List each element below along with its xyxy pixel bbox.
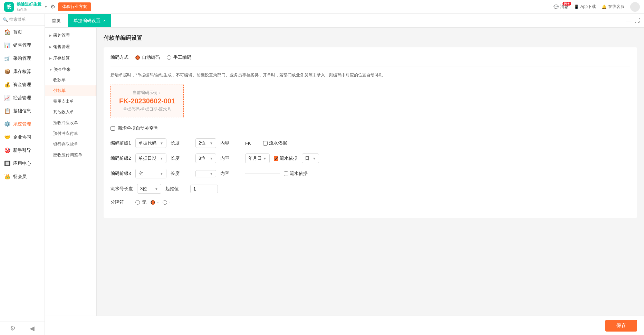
sidebar-item-sales[interactable]: 📊 销售管理 — [0, 39, 45, 52]
manual-encode-label: 手工编码 — [173, 54, 191, 61]
sep-none-option[interactable]: 无 — [135, 199, 146, 205]
prefix3-row: 编码前缀3 空 ▼ 长度 ▼ 内容 — [110, 169, 630, 178]
sidebar-item-finance[interactable]: 💰 资金管理 — [0, 78, 45, 91]
sidebar-label-sales: 销售管理 — [13, 42, 31, 48]
sidebar-item-inventory[interactable]: 📦 库存核算 — [0, 65, 45, 78]
manual-encode-radio[interactable] — [167, 55, 171, 60]
sidebar-item-guide[interactable]: 🎯 新手引导 — [0, 144, 45, 157]
minimize-icon[interactable]: — — [626, 18, 632, 24]
serial3-checkbox-label[interactable]: 流水依据 — [284, 170, 308, 177]
sub-sidebar: ▶ 采购管理 ▶ 销售管理 ▶ 库存核算 — [45, 28, 97, 316]
prefix2-arrow-icon: ▼ — [160, 157, 163, 160]
sidebar-item-system[interactable]: ⚙️ 系统管理 — [0, 118, 45, 131]
length3-arrow-icon: ▼ — [210, 172, 213, 176]
save-button[interactable]: 保存 — [605, 320, 637, 332]
sep-dot-option[interactable]: · — [163, 200, 171, 205]
serial2-checkbox-label[interactable]: 流水依据 — [274, 155, 298, 161]
prefix3-select[interactable]: 空 ▼ — [135, 169, 166, 178]
manual-encode-option[interactable]: 手工编码 — [167, 54, 191, 61]
messages-button[interactable]: 💬 消息 99+ — [554, 4, 568, 10]
sub-group-label-finance: 资金往来 — [54, 67, 70, 73]
auto-encode-option[interactable]: 自动编码 — [135, 54, 160, 61]
serial-length-label: 流水号长度 — [110, 186, 133, 192]
brand-dropdown-arrow[interactable]: ▼ — [44, 5, 48, 9]
sidebar-label-system: 系统管理 — [13, 121, 31, 127]
length2-arrow-icon: ▼ — [210, 157, 213, 160]
settings-icon[interactable]: ⚙ — [50, 3, 55, 10]
sub-item-bank[interactable]: 银行存取款单 — [45, 139, 96, 150]
length2-select[interactable]: 8位 ▼ — [195, 153, 216, 163]
serial2-checkbox[interactable] — [274, 156, 278, 161]
guide-icon: 🎯 — [4, 147, 10, 153]
sub-item-receipt[interactable]: 收款单 — [45, 75, 96, 85]
length3-select[interactable]: ▼ — [195, 170, 216, 177]
sidebar-item-basic[interactable]: 📋 基础信息 — [0, 104, 45, 118]
sidebar-item-purchase[interactable]: 🛒 采购管理 — [0, 52, 45, 65]
sub-group-title-purchase[interactable]: ▶ 采购管理 — [45, 30, 96, 40]
serial3-label: 流水依据 — [290, 170, 308, 177]
sidebar-item-enterprise[interactable]: 🤝 企业协同 — [0, 131, 45, 144]
serial3-checkbox[interactable] — [284, 171, 288, 176]
maximize-icon[interactable]: ⛶ — [634, 18, 640, 24]
sep-dot-radio[interactable] — [163, 200, 167, 205]
sidebar-item-apps[interactable]: 🔲 应用中心 — [0, 157, 45, 170]
content2-label: 内容 — [220, 155, 241, 161]
sidebar-item-member[interactable]: 👑 畅会员 — [0, 170, 45, 183]
sub-group-title-sales[interactable]: ▶ 销售管理 — [45, 42, 96, 52]
serial1-checkbox-label[interactable]: 流水依据 — [263, 140, 287, 146]
brand-logo: 畅 — [4, 2, 14, 12]
online-service-button[interactable]: 🔔 在线客服 — [602, 4, 625, 10]
topbar-left: 畅 畅通道好生意 插件版 ▼ ⚙ 体验行业方案 — [4, 1, 91, 12]
user-avatar[interactable] — [630, 2, 640, 12]
settings-bottom-icon[interactable]: ⚙ — [10, 325, 16, 332]
sidebar-label-guide: 新手引导 — [13, 147, 31, 153]
collapse-icon[interactable]: ◀ — [30, 325, 35, 332]
topbar: 畅 畅通道好生意 插件版 ▼ ⚙ 体验行业方案 💬 消息 99+ 📱 App下载… — [0, 0, 644, 14]
app-download-button[interactable]: 📱 App下载 — [574, 4, 596, 10]
auto-fill-checkbox[interactable] — [110, 126, 115, 131]
sub-item-payment[interactable]: 付款单 — [45, 85, 96, 96]
sep-none-radio[interactable] — [135, 200, 140, 205]
sub-group-finance: ▼ 资金往来 收款单 付款单 费用支出单 其他收入单 预收冲应收单 预付冲应付单… — [45, 65, 96, 160]
auto-encode-radio[interactable] — [135, 55, 140, 60]
trial-button[interactable]: 体验行业方案 — [58, 2, 91, 11]
arrow-right-icon: ▶ — [49, 34, 52, 37]
sub-group-label-inventory: 库存核算 — [53, 55, 70, 61]
bottom-bar: 保存 — [45, 316, 644, 335]
page-title: 付款单编码设置 — [104, 35, 637, 42]
sidebar-label-operations: 经营管理 — [13, 95, 31, 101]
service-icon: 🔔 — [602, 4, 607, 9]
content2-select[interactable]: 年月日 ▼ — [245, 153, 270, 163]
settings-card: 编码方式 自动编码 手工编码 新增单据时，*单据编码*自动生成，不可编辑。前缀设… — [104, 47, 637, 218]
brand-text: 畅通道好生意 插件版 — [17, 1, 41, 12]
sep-dash-option[interactable]: - — [151, 200, 158, 205]
sep-dash-label: - — [157, 200, 158, 205]
main-layout: 🔍 搜索菜单 🏠 首页 📊 销售管理 🛒 采购管理 📦 库存核算 💰 资金管理 … — [0, 14, 644, 335]
sub-group-sales: ▶ 销售管理 — [45, 42, 96, 52]
prefix1-select[interactable]: 单据代码 ▼ — [135, 138, 166, 148]
sub-item-income[interactable]: 其他收入单 — [45, 107, 96, 118]
sub-group-title-finance[interactable]: ▼ 资金往来 — [45, 65, 96, 75]
sub-group-title-inventory[interactable]: ▶ 库存核算 — [45, 53, 96, 63]
sub-item-advance-receipt[interactable]: 预收冲应收单 — [45, 118, 96, 128]
sidebar-item-operations[interactable]: 📈 经营管理 — [0, 91, 45, 104]
code-preview-box: 当前编码示例： FK-20230602-001 单据代码-单据日期-流水号 — [110, 84, 184, 118]
tab-close-button[interactable]: × — [103, 18, 106, 23]
sidebar-item-home[interactable]: 🏠 首页 — [0, 26, 45, 39]
start-value-input[interactable] — [190, 185, 218, 193]
sub-item-adjustment[interactable]: 应收应付调整单 — [45, 150, 96, 160]
sep-dash-radio[interactable] — [151, 200, 155, 205]
length2-label: 长度 — [171, 155, 191, 161]
length1-select[interactable]: 2位 ▼ — [195, 138, 216, 148]
serial1-checkbox[interactable] — [263, 141, 268, 146]
serial-config-row: 流水号长度 3位 ▼ 起始值 — [110, 184, 630, 194]
sub-group-inventory: ▶ 库存核算 — [45, 53, 96, 63]
sub-item-advance-pay[interactable]: 预付冲应付单 — [45, 128, 96, 139]
tab-active[interactable]: 单据编码设置 × — [68, 14, 111, 27]
search-menu[interactable]: 🔍 搜索菜单 — [0, 14, 45, 26]
serial-length-select[interactable]: 3位 ▼ — [137, 184, 161, 194]
sub-item-expense[interactable]: 费用支出单 — [45, 96, 96, 107]
prefix2-select[interactable]: 单据日期 ▼ — [135, 153, 166, 163]
tab-home[interactable]: 首页 — [45, 14, 68, 27]
serial2-period-select[interactable]: 日 ▼ — [302, 153, 319, 163]
